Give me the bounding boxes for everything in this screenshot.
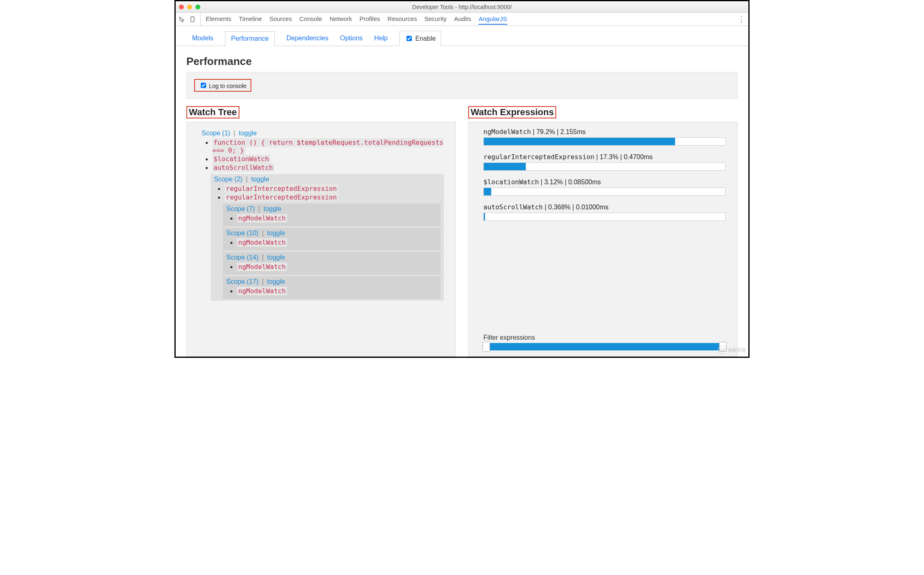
subtab-performance[interactable]: Performance [225,31,275,46]
tab-timeline[interactable]: Timeline [239,14,262,25]
devtools-toolbar: Elements Timeline Sources Console Networ… [176,13,748,26]
scope-2: Scope (2) | toggle regularInterceptedExp… [211,174,444,301]
log-to-console-highlight: Log to console [194,79,251,92]
content-area: Performance Log to console Watch Tree Sc… [176,46,748,357]
scope-17-toggle[interactable]: toggle [267,278,285,285]
more-icon[interactable]: ⋮ [738,15,745,24]
watermark-text: 创新互联 [728,347,746,353]
tab-security[interactable]: Security [425,14,447,25]
scope-17: Scope (17) | toggle ngModelWatch [223,276,441,299]
tab-angularjs[interactable]: AngularJS [478,14,507,25]
log-to-console-checkbox[interactable] [201,83,206,88]
subtab-help[interactable]: Help [374,31,388,45]
scope-2-toggle[interactable]: toggle [251,176,269,183]
subtab-dependencies[interactable]: Dependencies [286,31,328,45]
watch-expression-row: autoScrollWatch | 0.368% | 0.01000ms [483,203,726,221]
progress-track [483,213,726,221]
scope-14-link[interactable]: Scope (14) [226,254,258,261]
list-item: ngModelWatch [237,263,437,271]
scope-1-toggle[interactable]: toggle [239,130,257,137]
enable-checkbox[interactable] [406,36,412,41]
log-to-console-label: Log to console [209,83,246,89]
list-item: ngModelWatch [237,214,437,222]
watch-expressions-column: Watch Expressions ngModelWatch | 79.2% |… [468,106,738,357]
scope-1-link[interactable]: Scope (1) [202,130,230,137]
watch-expression-row: ngModelWatch | 79.2% | 2.155ms [483,128,726,146]
filter-slider[interactable] [483,343,726,350]
titlebar: Developer Tools - http://localhost:9000/ [176,1,748,13]
watch-tree-column: Watch Tree Scope (1) | toggle function (… [186,106,456,357]
scope-14-toggle[interactable]: toggle [267,254,285,261]
subtab-models[interactable]: Models [192,31,214,45]
window-title: Developer Tools - http://localhost:9000/ [176,4,748,10]
filter-label: Filter expressions [483,334,726,341]
angularjs-subtabs: Models Performance Dependencies Options … [176,26,748,46]
device-icon[interactable] [190,16,196,23]
watch-expression-label: ngModelWatch | 79.2% | 2.155ms [483,128,726,136]
tab-sources[interactable]: Sources [269,14,292,25]
devtools-window: Developer Tools - http://localhost:9000/… [174,0,750,358]
devtools-tabs: Elements Timeline Sources Console Networ… [206,14,733,25]
scope-1-items: function () { return $templateRequest.to… [212,139,444,172]
progress-bar [484,163,526,170]
tab-resources[interactable]: Resources [388,14,417,25]
tab-profiles[interactable]: Profiles [360,14,380,25]
tab-network[interactable]: Network [330,14,352,25]
progress-track [483,162,726,171]
watch-tree-heading: Watch Tree [186,106,239,118]
watermark-logo-icon: CX [718,346,726,354]
log-panel: Log to console [186,72,738,99]
list-item: ngModelWatch [237,239,437,246]
progress-bar [484,138,675,145]
scope-10-toggle[interactable]: toggle [267,230,285,236]
watch-expression-row: regularInterceptedExpression | 17.3% | 0… [483,153,726,171]
scope-1: Scope (1) | toggle function () { return … [202,130,444,301]
watch-expression-label: regularInterceptedExpression | 17.3% | 0… [483,153,726,161]
list-item: function () { return $templateRequest.to… [212,139,444,154]
list-item: ngModelWatch [237,287,437,295]
filter-expressions: Filter expressions [483,329,726,350]
enable-toggle: Enable [399,31,441,46]
watch-expression-row: $locationWatch | 3.12% | 0.08500ms [483,178,726,196]
watch-expressions-panel: ngModelWatch | 79.2% | 2.155ms regularIn… [468,122,738,357]
page-title: Performance [186,55,738,68]
tab-audits[interactable]: Audits [454,14,471,25]
tab-elements[interactable]: Elements [206,14,232,25]
slider-thumb-left[interactable] [483,342,490,352]
scope-10: Scope (10) | toggle ngModelWatch [223,228,441,250]
scope-14: Scope (14) | toggle ngModelWatch [223,252,441,275]
watch-expression-label: $locationWatch | 3.12% | 0.08500ms [483,178,726,186]
tab-console[interactable]: Console [299,14,322,25]
scope-7-toggle[interactable]: toggle [263,205,281,212]
scope-10-link[interactable]: Scope (10) [226,230,258,236]
list-item: regularInterceptedExpression [225,193,441,201]
inspect-icon[interactable] [179,16,186,23]
columns: Watch Tree Scope (1) | toggle function (… [186,106,738,357]
scope-2-link[interactable]: Scope (2) [214,176,242,183]
scope-7: Scope (7) | toggle ngModelWatch [223,204,441,226]
watch-expression-label: autoScrollWatch | 0.368% | 0.01000ms [483,203,726,211]
progress-track [483,137,726,146]
toolbar-icon-group [179,13,201,26]
progress-bar [484,188,491,195]
enable-label: Enable [416,35,436,42]
list-item: autoScrollWatch [212,164,444,172]
watch-expressions-heading: Watch Expressions [468,106,556,118]
watch-tree-panel: Scope (1) | toggle function () { return … [186,122,456,357]
subtab-options[interactable]: Options [340,31,362,45]
watermark: CX 创新互联 [718,346,746,354]
list-item: regularInterceptedExpression [225,185,441,192]
scope-2-items: regularInterceptedExpression regularInte… [225,185,441,201]
scope-7-link[interactable]: Scope (7) [226,205,255,212]
svg-rect-0 [191,17,194,22]
progress-track [483,188,726,196]
scope-17-link[interactable]: Scope (17) [226,278,258,285]
list-item: $locationWatch [212,155,444,163]
progress-bar [484,213,485,220]
